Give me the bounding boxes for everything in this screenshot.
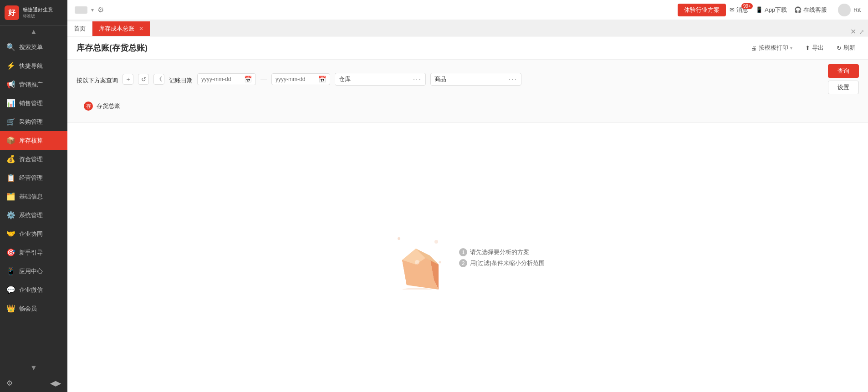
date-start-wrapper: 📅 (197, 73, 256, 85)
sales-icon: 📊 (6, 99, 15, 107)
sidebar-item-system[interactable]: ⚙️ 系统管理 (0, 206, 67, 224)
tab-bar-close-btn[interactable]: ✕ (850, 27, 856, 36)
filter-label: 按以下方案查询 (77, 76, 118, 85)
user-nav-avatar (75, 6, 87, 14)
warehouse-more-icon[interactable]: ··· (413, 75, 422, 83)
marketing-icon: 📢 (6, 80, 15, 89)
page-actions: 🖨 按模板打印 ▾ ⬆ 导出 ↻ 刷新 (747, 42, 859, 54)
download-icon: 📱 (756, 6, 763, 13)
header-user-right[interactable]: Rit (838, 4, 861, 16)
settings-header-icon[interactable]: ⚙ (97, 5, 104, 14)
sidebar-item-marketing[interactable]: 📢 营销推广 (0, 75, 67, 94)
service-icon: 🎧 (794, 6, 802, 13)
date-end-wrapper: 📅 (271, 73, 330, 85)
tab-inventory-ledger-label: 库存成本总账 (99, 25, 134, 33)
sidebar-item-basic[interactable]: 🗂️ 基础信息 (0, 187, 67, 206)
tab-home-label: 首页 (74, 25, 86, 33)
settings-footer-icon[interactable]: ⚙ (6, 379, 13, 387)
warehouse-selector[interactable]: 仓库 ··· (335, 73, 426, 86)
user-dropdown-chevron[interactable]: ▾ (91, 7, 94, 13)
sidebar-item-operations[interactable]: 📋 经营管理 (0, 168, 67, 187)
basic-icon: 🗂️ (6, 192, 15, 201)
quicknav-icon: ⚡ (6, 61, 15, 70)
hint1-text: 请先选择要分析的方案 (470, 248, 529, 256)
sidebar-item-cooperation[interactable]: 🤝 企业协同 (0, 224, 67, 243)
refresh-btn[interactable]: ↻ 刷新 (833, 42, 859, 54)
app-edition: 标准版 (23, 13, 53, 19)
sidebar-logo: 好 畅捷通好生意 标准版 (0, 0, 67, 26)
main-area: ▾ ⚙ 体验行业方案 ✉ 消息 99+ 📱 App下载 🎧 在线客服 Rit (67, 0, 868, 392)
filter-top-row: 按以下方案查询 ＋ ↺ 《 记账日期 📅 — 📅 仓库 (77, 64, 859, 94)
sidebar-item-search[interactable]: 🔍 搜索菜单 (0, 38, 67, 56)
sidebar-item-wechat[interactable]: 💬 企业微信 (0, 280, 67, 299)
sidebar-item-inventory[interactable]: 📦 库存核算 (0, 131, 67, 150)
newbie-icon: 🎯 (6, 248, 15, 257)
export-btn[interactable]: ⬆ 导出 (802, 42, 827, 54)
reset-filter-btn[interactable]: ↺ (138, 74, 149, 85)
date-end-input[interactable] (276, 76, 317, 82)
cooperation-icon: 🤝 (6, 229, 15, 238)
scheme-item-inventory-ledger[interactable]: 存 存货总账 (77, 98, 859, 114)
print-dropdown-icon[interactable]: ▾ (790, 46, 792, 51)
top-header: ▾ ⚙ 体验行业方案 ✉ 消息 99+ 📱 App下载 🎧 在线客服 Rit (67, 0, 868, 20)
sidebar-item-quicknav[interactable]: ⚡ 快捷导航 (0, 56, 67, 75)
warehouse-label: 仓库 (339, 75, 351, 83)
date-separator: — (260, 76, 267, 83)
trial-btn[interactable]: 体验行业方案 (678, 4, 726, 16)
filter-section: 按以下方案查询 ＋ ↺ 《 记账日期 📅 — 📅 仓库 (67, 60, 868, 123)
sidebar: 好 畅捷通好生意 标准版 ▲ 🔍 搜索菜单 ⚡ 快捷导航 📢 营销推广 📊 销售… (0, 0, 67, 392)
scheme-item-label: 存货总账 (97, 102, 120, 110)
empty-illustration (391, 230, 445, 285)
tab-close-icon[interactable]: ✕ (139, 25, 143, 32)
wechat-icon: 💬 (6, 285, 15, 294)
app-name: 畅捷通好生意 (23, 6, 53, 13)
app-logo-icon: 好 (5, 5, 19, 20)
step2-num: 2 (459, 259, 467, 267)
scroll-up-arrow[interactable]: ▲ (0, 26, 67, 38)
empty-state: 1 请先选择要分析的方案 2 用[过滤]条件来缩小分析范围 (67, 123, 868, 392)
sidebar-footer: ⚙ ◀▶ (0, 374, 67, 392)
print-btn[interactable]: 🖨 按模板打印 ▾ (747, 42, 796, 54)
empty-svg-illustration (391, 230, 445, 290)
product-more-icon[interactable]: ··· (509, 75, 517, 83)
tab-home[interactable]: 首页 (67, 21, 92, 36)
sidebar-item-newbie[interactable]: 🎯 新手引导 (0, 243, 67, 262)
message-icon: ✉ (730, 6, 735, 13)
sidebar-item-member[interactable]: 👑 畅会员 (0, 299, 67, 318)
sidebar-item-finance[interactable]: 💰 资金管理 (0, 150, 67, 168)
page-header: 库存总账(存货总账) 🖨 按模板打印 ▾ ⬆ 导出 ↻ 刷新 (67, 36, 868, 60)
search-icon: 🔍 (6, 43, 15, 51)
app-download-btn[interactable]: 📱 App下载 (756, 6, 787, 14)
sidebar-item-purchase[interactable]: 🛒 采购管理 (0, 112, 67, 131)
tab-inventory-ledger[interactable]: 库存成本总账 ✕ (92, 21, 150, 36)
svg-point-7 (398, 237, 400, 240)
collapse-icon[interactable]: ◀▶ (50, 379, 61, 387)
user-name-label: Rit (853, 6, 861, 13)
query-btn[interactable]: 查询 (828, 64, 859, 78)
date-start-input[interactable] (201, 76, 242, 82)
refresh-icon: ↻ (837, 45, 842, 51)
add-filter-btn[interactable]: ＋ (123, 74, 133, 85)
date-label: 记账日期 (169, 76, 193, 85)
message-btn[interactable]: ✉ 消息 99+ (730, 6, 748, 14)
operations-icon: 📋 (6, 173, 15, 182)
system-icon: ⚙️ (6, 211, 15, 219)
content-area: 库存总账(存货总账) 🖨 按模板打印 ▾ ⬆ 导出 ↻ 刷新 (67, 36, 868, 392)
svg-point-6 (415, 260, 419, 265)
sidebar-nav: 🔍 搜索菜单 ⚡ 快捷导航 📢 营销推广 📊 销售管理 🛒 采购管理 📦 库存核… (0, 38, 67, 362)
online-service-btn[interactable]: 🎧 在线客服 (794, 6, 827, 14)
scroll-down-arrow[interactable]: ▼ (0, 362, 67, 374)
tab-bar-expand-btn[interactable]: ⤢ (859, 28, 864, 36)
calendar-end-icon[interactable]: 📅 (318, 76, 326, 83)
product-selector[interactable]: 商品 ··· (430, 73, 521, 86)
settings-btn[interactable]: 设置 (828, 81, 859, 94)
print-icon: 🖨 (751, 45, 757, 51)
sidebar-item-sales[interactable]: 📊 销售管理 (0, 94, 67, 112)
tabs-bar: 首页 库存成本总账 ✕ ✕ ⤢ (67, 20, 868, 36)
collapse-filter-btn[interactable]: 《 (153, 74, 164, 85)
user-avatar (838, 4, 851, 16)
export-icon: ⬆ (805, 45, 810, 51)
calendar-start-icon[interactable]: 📅 (244, 76, 252, 83)
finance-icon: 💰 (6, 155, 15, 163)
sidebar-item-appstore[interactable]: 📱 应用中心 (0, 262, 67, 280)
